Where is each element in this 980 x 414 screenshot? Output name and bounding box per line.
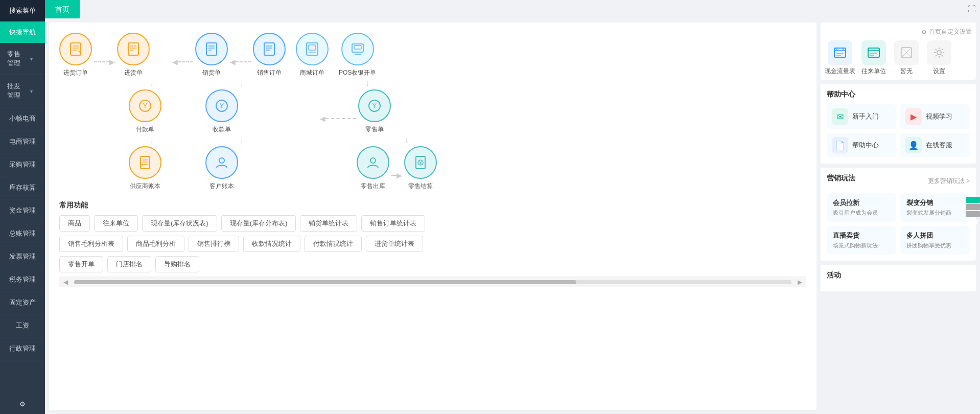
node-retail[interactable]: ¥ 零售单 — [358, 89, 391, 134]
sidebar-item-purchase[interactable]: 采购管理 — [0, 153, 45, 176]
sidebar-item-ecom[interactable]: 小畅电商 — [0, 107, 45, 130]
scroll-track — [74, 280, 791, 284]
func-btn-sales-profit[interactable]: 销售毛利分析表 — [59, 236, 123, 252]
qnt-header: ⚙ 首页自定义设置 — [825, 28, 972, 36]
func-btn-partner[interactable]: 往来单位 — [94, 215, 138, 232]
marketing-item-live[interactable]: 直播卖货 场景式购物新玩法 — [827, 226, 896, 255]
sidebar-item-ecom-mgmt[interactable]: 电商管理 — [0, 130, 45, 153]
func-btn-purchase-stat[interactable]: 进货单统计表 — [366, 236, 423, 252]
video-icon: ▶ — [905, 108, 922, 125]
marketing-more-button[interactable]: 更多营销玩法 > — [928, 177, 970, 186]
node-mall-order[interactable]: 商城订单 — [296, 33, 329, 77]
func-btn-goods-profit[interactable]: 商品毛利分析 — [127, 236, 184, 252]
expand-button[interactable]: ⛶ — [968, 5, 980, 14]
func-btn-stock2[interactable]: 现存量(库存分布表) — [221, 215, 296, 232]
node-purchase-label: 进货单 — [124, 68, 143, 77]
sidebar-item-finance[interactable]: 资金管理 — [0, 199, 45, 222]
expand-icon: ⛶ — [968, 5, 976, 13]
help-item-beginner[interactable]: ✉ 新手入门 — [827, 104, 896, 129]
sidebar-item-retail-label: 零售管理 — [5, 50, 22, 68]
float-btn-desktop[interactable]: 桌面快捷 — [966, 211, 980, 217]
qnt-item-cashflow-label: 现金流量表 — [825, 67, 855, 76]
qnt-item-settings-label: 设置 — [933, 67, 945, 76]
chevron-down-icon: ▾ — [22, 88, 40, 94]
sidebar-item-inventory[interactable]: 库存核算 — [0, 176, 45, 199]
node-customer-account[interactable]: 客户账本 — [205, 146, 238, 191]
func-btn-sales-order-stat[interactable]: 销售订单统计表 — [361, 215, 425, 232]
float-buttons: 客服热线 服务社区 桌面快捷 — [966, 197, 980, 217]
help-item-video-label: 视频学习 — [926, 112, 952, 121]
top-bar: 首页 ⛶ — [45, 0, 980, 18]
svg-point-51 — [937, 51, 941, 55]
float-btn-service[interactable]: 客服热线 — [966, 197, 980, 203]
sidebar-item-ledger[interactable]: 总账管理 — [0, 222, 45, 245]
node-purchase-order[interactable]: 进货订单 — [59, 33, 92, 77]
beginner-icon: ✉ — [832, 108, 848, 125]
sidebar-item-tax[interactable]: 税务管理 — [0, 268, 45, 291]
sidebar-item-retail[interactable]: 零售管理 ▾ — [0, 43, 45, 75]
qnt-item-cashflow[interactable]: 现金流量表 — [825, 40, 855, 76]
svg-text:¥: ¥ — [219, 102, 224, 110]
bottom-scrollbar[interactable]: ◀ ▶ — [59, 277, 806, 287]
help-item-help[interactable]: 📄 帮助中心 — [827, 133, 896, 157]
func-btn-goods[interactable]: 商品 — [59, 215, 90, 232]
node-purchase[interactable]: 进货单 — [117, 33, 150, 77]
gear-icon: ⚙ — [19, 400, 26, 408]
func-row-1: 商品 往来单位 现存量(库存状况表) 现存量(库存分布表) 销货单统计表 销售订… — [59, 215, 806, 232]
func-btn-guide-rank[interactable]: 导购排名 — [155, 256, 199, 272]
svg-point-33 — [219, 158, 224, 163]
qnt-settings-label[interactable]: 首页自定义设置 — [929, 28, 972, 36]
common-functions: 常用功能 商品 往来单位 现存量(库存状况表) 现存量(库存分布表) 销货单统计… — [59, 201, 806, 272]
func-btn-payment-stat[interactable]: 付款情况统计 — [305, 236, 362, 252]
qnt-item-partner[interactable]: 往来单位 — [859, 40, 888, 76]
sidebar-search[interactable]: 搜索菜单 — [0, 0, 45, 21]
node-purchase-order-label: 进货订单 — [63, 68, 88, 77]
node-sales[interactable]: 销货单 — [195, 33, 228, 77]
service-icon: 👤 — [905, 137, 922, 153]
node-receipt[interactable]: ¥ 收款单 — [205, 89, 238, 134]
sidebar-nav-highlight[interactable]: 快捷导航 — [0, 21, 45, 43]
help-item-help-label: 帮助中心 — [852, 141, 879, 150]
func-btn-stock1[interactable]: 现存量(库存状况表) — [142, 215, 217, 232]
sidebar-item-tax-label: 税务管理 — [5, 275, 40, 284]
help-item-service[interactable]: 👤 在线客服 — [900, 133, 970, 157]
sidebar-item-wholesale[interactable]: 批发管理 ▾ — [0, 75, 45, 107]
sidebar-item-payroll[interactable]: 工资 — [0, 314, 45, 337]
marketing-item-member[interactable]: 会员拉新 吸引用户成为会员 — [827, 193, 896, 222]
tab-home[interactable]: 首页 — [45, 0, 80, 18]
marketing-item-member-title: 会员拉新 — [833, 198, 890, 208]
scroll-left-button[interactable]: ◀ — [63, 279, 68, 286]
func-btn-store-rank[interactable]: 门店排名 — [107, 256, 151, 272]
marketing-item-group-sub: 拼团购物享受优惠 — [906, 242, 964, 249]
func-btn-retail-order[interactable]: 零售开单 — [59, 256, 103, 272]
func-btn-receipt-stat[interactable]: 收款情况统计 — [243, 236, 300, 252]
help-center: 帮助中心 ✉ 新手入门 ▶ 视频学习 📄 帮助中心 👤 — [821, 84, 976, 164]
sidebar-item-invoice[interactable]: 发票管理 — [0, 245, 45, 268]
sidebar-item-assets[interactable]: 固定资产 — [0, 291, 45, 314]
node-customer-account-label: 客户账本 — [209, 182, 234, 191]
node-payment[interactable]: ¥ 付款单 — [129, 89, 161, 134]
sidebar-settings-button[interactable]: ⚙ — [0, 394, 45, 414]
help-item-service-label: 在线客服 — [926, 141, 952, 150]
sidebar-search-label: 搜索菜单 — [9, 7, 36, 14]
node-retail-settlement[interactable]: ¥ 零售结算 — [404, 146, 437, 191]
sidebar-item-wholesale-label: 批发管理 — [5, 82, 22, 100]
node-retail-out[interactable]: 零售出库 — [357, 146, 389, 191]
node-mall-order-label: 商城订单 — [300, 68, 324, 77]
sidebar-item-admin[interactable]: 行政管理 — [0, 337, 45, 360]
help-item-video[interactable]: ▶ 视频学习 — [900, 104, 970, 129]
marketing-item-fission[interactable]: 裂变分销 裂变式发展分销商 — [900, 193, 970, 222]
node-pos[interactable]: POS收银开单 — [339, 33, 376, 77]
tab-home-label: 首页 — [55, 5, 69, 13]
func-btn-sales-stat[interactable]: 销货单统计表 — [300, 215, 357, 232]
qnt-item-none[interactable]: 暂无 — [892, 40, 921, 76]
flow-area: 进货订单 ▶ 进货单 — [49, 22, 816, 410]
node-supplier-account[interactable]: 供应商账本 — [129, 146, 161, 191]
content-area: 进货订单 ▶ 进货单 — [45, 18, 980, 414]
marketing-item-group[interactable]: 多人拼团 拼团购物享受优惠 — [900, 226, 970, 255]
func-btn-sales-rank[interactable]: 销售排行榜 — [189, 236, 239, 252]
node-sales-order[interactable]: 销售订单 — [253, 33, 286, 77]
float-btn-community[interactable]: 服务社区 — [966, 204, 980, 210]
scroll-right-button[interactable]: ▶ — [798, 279, 802, 286]
qnt-item-settings[interactable]: 设置 — [925, 40, 953, 76]
